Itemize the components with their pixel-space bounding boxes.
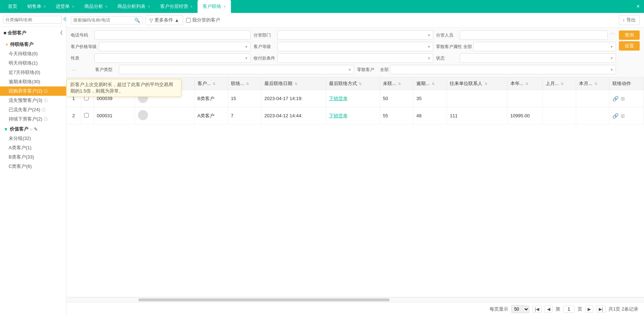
sidebar-search-input[interactable] (3, 16, 62, 24)
close-purchase-order-icon[interactable]: × (72, 4, 74, 9)
row-2-checkbox[interactable] (84, 113, 89, 118)
retail-customer-select[interactable]: ▼ (390, 65, 616, 74)
close-sales-order-icon[interactable]: × (43, 4, 46, 9)
sidebar-item-today[interactable]: 今天待联络(0) (0, 49, 66, 58)
col-overdue[interactable]: 逾期... ⇅ (413, 77, 447, 90)
chevron-up-icon: ▲ (175, 18, 179, 23)
sidebar-item-declining[interactable]: 持续下滑客户(2) ⓘ (0, 114, 66, 124)
col-contact-person[interactable]: 往来单位联系人 ⇅ (447, 77, 507, 90)
nav-sales-order[interactable]: 销售单 × (22, 0, 51, 13)
close-product-analysis-list-icon[interactable]: × (148, 4, 150, 9)
person-input-wrapper: ··· (460, 30, 616, 40)
close-customer-layered-icon[interactable]: × (190, 4, 193, 9)
per-page-select[interactable]: 50 20 100 (511, 305, 529, 313)
settings-button[interactable]: 设置 (619, 41, 640, 51)
nav-purchase-order[interactable]: 进货单 × (51, 0, 79, 13)
nav-customer-contact[interactable]: 客户联络 × (198, 0, 231, 13)
search-input[interactable] (73, 18, 134, 23)
action-icons-2: 🔗 ⊞ (612, 113, 641, 119)
status-select[interactable]: ▼ (460, 53, 616, 63)
page-suffix: 页 (578, 306, 582, 312)
info-icon-churned: ⓘ (42, 107, 46, 113)
sidebar-item-churned[interactable]: 已流失客户(24) ⓘ (0, 105, 66, 114)
sidebar-item-repurchase-anomaly[interactable]: 回购异常客户(2) ⓘ (0, 86, 66, 96)
col-last-month[interactable]: 上月... ⇅ (542, 77, 576, 90)
scrollbar-thumb[interactable] (138, 298, 390, 301)
value-customers-title[interactable]: ▼ 价值客户 ○ ✎ (0, 124, 66, 134)
filter-field-nature: 性质 ▼ (71, 53, 251, 63)
waiting-contact-title[interactable]: ▼ 待联络客户 (0, 39, 66, 49)
top-navigation: 首页 销售单 × 进货单 × 商品分析 × 商品分析列表 × 客户分层经营 × … (0, 0, 644, 13)
sidebar-item-overdue[interactable]: 逾期未联络(30) (0, 77, 66, 86)
col-last-contact-method[interactable]: 最后联络方式 ⇅ (326, 77, 380, 90)
waiting-contact-section: ▼ 待联络客户 今天待联络(0) 明天待联络(1) 近7天待联络(0) 逾期未联… (0, 39, 66, 86)
col-customer-type[interactable]: 客户... ⇅ (194, 77, 228, 90)
export-button[interactable]: ↑ 导出 (619, 15, 640, 25)
horizontal-scrollbar[interactable] (66, 297, 644, 302)
sidebar-item-b-class[interactable]: B类客户(33) (0, 152, 66, 162)
row-last-method-1[interactable]: 下销货单 (326, 90, 380, 107)
col-action: 联络动作 (610, 77, 644, 90)
col-contact[interactable]: 联络... ⇅ (228, 77, 261, 90)
nav-product-analysis[interactable]: 商品分析 × (79, 0, 112, 13)
more-conditions-button[interactable]: ▽ 更多条件 ▲ (145, 15, 183, 25)
col-this-year[interactable]: 本年... ⇅ (507, 77, 542, 90)
next-page-button[interactable]: ▶ (585, 306, 593, 313)
row-this-year-2: 10995.00 (507, 107, 542, 124)
dept-select[interactable]: ▼ (277, 30, 434, 40)
my-customers-checkbox-label[interactable]: 我分管的客户 (186, 17, 220, 23)
all-customers-header[interactable]: ■ 全部客户 《 (0, 27, 66, 39)
page-input[interactable] (563, 306, 575, 313)
phone-input[interactable] (94, 30, 251, 40)
filter-field-status: 状态 ▼ (436, 53, 616, 63)
person-input[interactable] (460, 30, 608, 40)
retail-attr-label: 零散客户属性 (436, 44, 462, 50)
row-last-date-1: 2023-04-17 14:19: (261, 90, 326, 107)
retail-attr-select[interactable]: ▼ (473, 42, 616, 51)
filter-field-customer-grade: 客户等级 ▼ (254, 42, 434, 51)
action-more-icon-2[interactable]: ⊞ (621, 113, 625, 119)
price-level-select[interactable]: ▼ (99, 42, 251, 51)
sort-icon-customer-type: ⇅ (213, 82, 216, 86)
action-link-icon-1[interactable]: 🔗 (612, 96, 618, 102)
sidebar-item-tomorrow[interactable]: 明天待联络(1) (0, 58, 66, 68)
col-last-contact-date[interactable]: 最后联络日期 ⇅ (261, 77, 326, 90)
more-dots-btn[interactable]: ··· (71, 67, 78, 72)
customer-grade-select[interactable]: ▼ (277, 42, 434, 51)
nav-customer-layered[interactable]: 客户分层经营 × (155, 0, 198, 13)
action-more-icon-1[interactable]: ⊞ (621, 96, 625, 102)
last-page-button[interactable]: ▶| (596, 306, 606, 313)
close-product-analysis-icon[interactable]: × (105, 4, 107, 9)
nav-home[interactable]: 首页 (3, 0, 22, 13)
customer-type-select[interactable]: ▼ (119, 65, 354, 74)
my-customers-checkbox[interactable] (186, 18, 191, 23)
nature-select[interactable]: ▼ (94, 53, 251, 63)
close-customer-contact-icon[interactable]: × (223, 4, 226, 9)
row-unlisted-2: 55 (380, 107, 413, 124)
sidebar-item-churn-warning[interactable]: 流失预警客户(3) ⓘ (0, 96, 66, 105)
phone-label: 电话号码 (71, 32, 92, 38)
person-more-dots[interactable]: ··· (609, 30, 616, 40)
prev-page-button[interactable]: ◀ (545, 306, 553, 313)
row-type-2: A类客户 (194, 107, 228, 124)
col-this-month[interactable]: 本月... ⇅ (576, 77, 610, 90)
filter-field-customer-type: 客户类型 ▼ (95, 65, 354, 74)
sidebar-item-a-class[interactable]: A类客户(1) (0, 143, 66, 152)
action-link-icon-2[interactable]: 🔗 (612, 113, 618, 119)
query-button[interactable]: 查询 (619, 30, 640, 40)
first-page-button[interactable]: |◀ (532, 306, 542, 313)
sidebar-item-7days[interactable]: 近7天待联络(0) (0, 68, 66, 77)
sidebar-item-ungroup[interactable]: 未分组(32) (0, 134, 66, 143)
info-icon-declining: ⓘ (44, 117, 48, 122)
payment-select[interactable]: ▼ (277, 53, 434, 63)
row-last-method-2[interactable]: 下销货单 (326, 107, 380, 124)
sidebar-collapse-icon[interactable]: 《 (58, 30, 62, 36)
search-icon[interactable]: 🔍 (134, 18, 140, 23)
status-label: 状态 (436, 55, 458, 61)
sidebar-item-c-class[interactable]: C类客户(6) (0, 162, 66, 171)
sidebar-search-icon[interactable]: 🔍 (63, 17, 66, 23)
nav-product-analysis-list[interactable]: 商品分析列表 × (112, 0, 155, 13)
window-close-button[interactable]: × (636, 3, 640, 10)
col-unlisted[interactable]: 未联... ⇅ (380, 77, 413, 90)
price-group-edit-icon[interactable]: ○ ✎ (30, 127, 38, 132)
